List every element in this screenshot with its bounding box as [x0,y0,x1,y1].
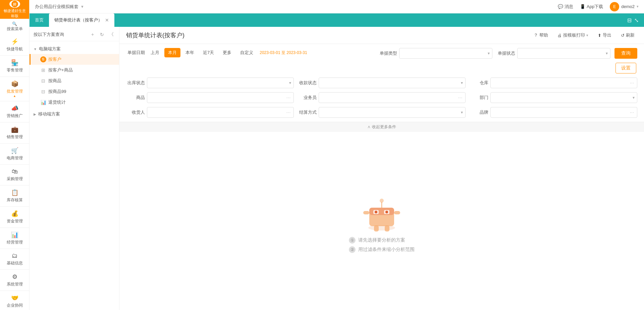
goods-input[interactable]: ··· [147,92,294,103]
page-header: 销货单统计表(按客户) ？ 帮助 🖨 按模板打印 ▾ ⬆ [119,27,644,44]
sidebar-item-basic[interactable]: 🗂 基础信息 [0,249,29,270]
date-btn-this-year[interactable]: 本年 [182,48,198,57]
export-btn[interactable]: ⬆ 导出 [595,31,614,40]
user-area[interactable]: E demo2 ▾ [610,2,639,11]
date-period-btns: 上月 本月 本年 近7天 更多 自定义 2023-03-01 至 2023-03… [147,48,307,57]
page-title: 销货单统计表(按客户) [126,31,184,39]
sidebar-item-operations[interactable]: 📊 经营管理 [0,228,29,249]
tab-bar: 首页 销货单统计表（按客户） ✕ ⊟ ⤡ [30,13,644,27]
sidebar-item-ecommerce[interactable]: 🛒 电商管理 [0,144,29,165]
refresh-btn[interactable]: ↺ 刷新 [618,31,637,40]
export-icon: ⬆ [598,33,601,38]
settlement-select[interactable] [319,107,466,118]
help-btn[interactable]: ？ 帮助 [531,31,551,40]
outbound-status-label: 出库状态 [126,80,145,86]
date-btn-last-month[interactable]: 上月 [147,48,163,57]
print-dropdown-icon: ▾ [586,33,588,38]
brand-label: 品牌 [470,109,488,115]
sidebar-item-wholesale[interactable]: 📦 批发管理 ▲ [0,77,29,101]
settings-button[interactable]: 设置 [615,63,636,73]
salesperson-input[interactable]: ··· [319,92,466,103]
app-name: 畅捷通好生意 [4,8,26,13]
tree-group-mobile-label: 移动端方案 [38,111,60,117]
collection-status-filter: 收款状态 [298,78,466,88]
tree-expand-arrow: ▼ [34,47,37,51]
tab-home[interactable]: 首页 [30,13,49,27]
empty-tip-2: ② 用过滤条件来缩小分析范围 [349,246,415,253]
doctype-select-wrapper[interactable] [399,48,492,59]
outbound-status-select-wrapper[interactable] [147,78,294,88]
brand-dots-icon: ··· [630,110,634,115]
tab-expand-btn[interactable]: ⊟ ⤡ [625,17,641,23]
warehouse-input[interactable]: ··· [490,78,637,88]
empty-tips: ① 请先选择要分析的方案 ② 用过滤条件来缩小分析范围 [349,237,415,253]
tree-item-by-customer[interactable]: 客 按客户 [30,54,119,65]
date-btn-this-month[interactable]: 本月 [164,48,180,57]
empty-tip-1: ① 请先选择要分析的方案 [349,237,415,244]
filter-row-1: 单据日期 上月 本月 本年 近7天 更多 自定义 2023-03-01 至 20… [126,48,637,73]
brand-input[interactable]: ··· [490,107,637,118]
filter-area: 单据日期 上月 本月 本年 近7天 更多 自定义 2023-03-01 至 20… [119,44,644,122]
svg-rect-11 [374,225,379,231]
sidebar-item-inventory[interactable]: 📋 库存核算 [0,186,29,207]
sidebar-item-search[interactable]: 🔍 搜索菜单 [0,19,29,35]
docstatus-filter: 单据状态 [496,48,610,59]
tree-item-return-stat[interactable]: 📊 退货统计 [30,97,119,108]
tree-item-goods99[interactable]: ⊟ 按商品99 [30,86,119,97]
message-btn[interactable]: 💬 消息 [558,4,573,10]
breadcrumb-expand-icon[interactable]: ▾ [81,4,84,9]
collection-status-select[interactable] [319,78,466,88]
date-btn-7days[interactable]: 近7天 [199,48,218,57]
collapse-bar[interactable]: ∧ 收起更多条件 [119,122,644,132]
department-select-wrapper[interactable] [490,92,637,103]
doctype-select[interactable] [399,48,492,59]
left-panel-actions: ＋ ↻ 《 [89,31,115,38]
collection-status-select-wrapper[interactable] [319,78,466,88]
settlement-select-wrapper[interactable] [319,107,466,118]
department-label: 部门 [470,95,488,101]
salesperson-dots-icon: ··· [458,95,463,100]
sidebar-item-system[interactable]: ⚙ 系统管理 [0,270,29,291]
print-btn[interactable]: 🖨 按模板打印 ▾ [555,31,591,40]
main-area: 办公用品行业模拟账套 ▾ 💬 消息 📱 App下载 E demo2 ▾ 首页 销… [30,0,644,310]
left-panel-title: 按以下方案查询 [34,32,64,38]
sidebar-item-enterprise[interactable]: 🤝 企业协同 [0,291,29,310]
date-btn-more[interactable]: 更多 [219,48,235,57]
message-icon: 💬 [558,4,563,9]
svg-point-7 [375,211,377,213]
action-buttons: 查询 设置 [614,48,637,73]
tree-group-mobile-header[interactable]: ▶ 移动端方案 [30,109,119,119]
svg-rect-12 [385,225,389,231]
doctype-label: 单据类型 [378,50,397,56]
sidebar-item-sales[interactable]: 💼 销售管理 [0,122,29,144]
help-icon: ？ [534,32,538,38]
collection-status-label: 收款状态 [298,80,317,86]
sidebar-item-shortcut[interactable]: ⚡ 快捷导航 [0,35,29,56]
top-header: 办公用品行业模拟账套 ▾ 💬 消息 📱 App下载 E demo2 ▾ [30,0,644,13]
tree-item-customer-goods[interactable]: ⊞ 按客户+商品 [30,65,119,75]
sidebar-item-marketing[interactable]: 📣 营销推广 [0,101,29,122]
sidebar: 好 畅捷通好生意 标版 🔍 搜索菜单 ⚡ 快捷导航 🏪 零售管理 📦 批发管理 … [0,0,30,310]
page-actions: ？ 帮助 🖨 按模板打印 ▾ ⬆ 导出 ↺ [531,31,637,40]
tree-group-desktop-header[interactable]: ▼ 电脑端方案 [30,44,119,54]
outbound-status-select[interactable] [147,78,294,88]
sidebar-item-purchase[interactable]: 🛍 采购管理 [0,165,29,186]
tab-close-icon[interactable]: ✕ [105,17,109,23]
collapse-panel-btn[interactable]: 《 [108,31,115,38]
refresh-scheme-btn[interactable]: ↻ [98,31,106,38]
docstatus-select-wrapper[interactable] [517,48,610,59]
settlement-filter: 结算方式 [298,107,466,118]
empty-svg [360,189,404,233]
add-scheme-btn[interactable]: ＋ [89,31,96,38]
sidebar-item-finance[interactable]: 💰 资金管理 [0,207,29,228]
receiver-input[interactable]: ··· [147,107,294,118]
department-select[interactable] [490,92,637,103]
tree-item-by-goods[interactable]: ⊟ 按商品 [30,75,119,86]
date-btn-custom[interactable]: 自定义 [236,48,257,57]
app-download-btn[interactable]: 📱 App下载 [580,4,603,10]
tab-sales-stat[interactable]: 销货单统计表（按客户） ✕ [49,13,114,27]
docstatus-label: 单据状态 [496,50,515,56]
query-button[interactable]: 查询 [614,48,637,59]
sidebar-item-retail[interactable]: 🏪 零售管理 [0,56,29,77]
docstatus-select[interactable] [517,48,610,59]
